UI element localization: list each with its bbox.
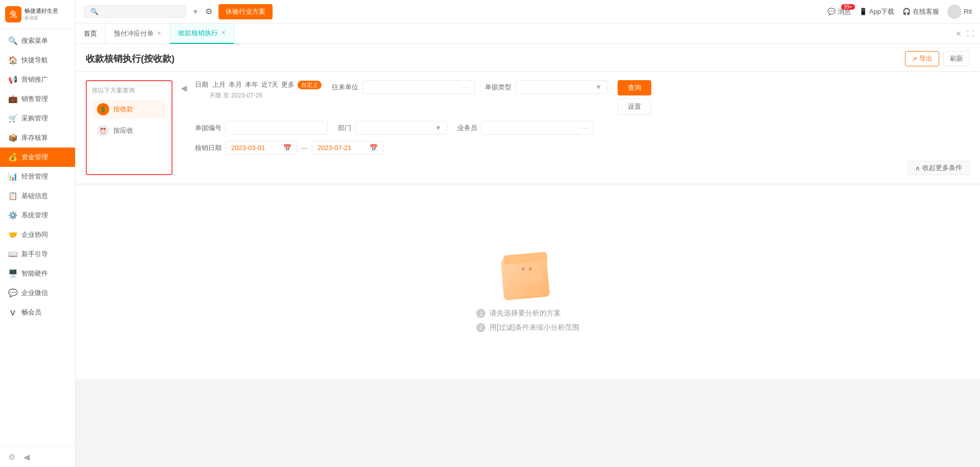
date-limit: 不限 至 2023-07-26 — [209, 91, 322, 100]
dropdown-arrow-icon[interactable]: ▼ — [192, 8, 199, 16]
hardware-icon: 🖥️ — [8, 269, 17, 278]
tab-verification-label: 收款核销执行 — [178, 29, 218, 38]
sidebar-label-basic-info: 基础信息 — [21, 191, 48, 201]
date-tab-7days[interactable]: 近7天 — [261, 80, 278, 89]
salesperson-dots-icon: ··· — [581, 124, 588, 132]
date-tab-this-month[interactable]: 本月 — [229, 80, 242, 89]
sidebar-label-system: 系统管理 — [21, 211, 48, 220]
user-profile[interactable]: Rit — [947, 5, 972, 19]
message-badge: 99+ — [841, 4, 855, 10]
hint-2-number: 2 — [476, 323, 485, 332]
tab-verification-close[interactable]: ✕ — [221, 30, 226, 36]
counterparty-label: 往来单位 — [332, 83, 358, 92]
verification-end-value: 2023-07-21 — [317, 144, 352, 152]
hint-1-number: 1 — [476, 309, 485, 318]
sidebar-item-hardware[interactable]: 🖥️ 智能硬件 — [0, 264, 75, 283]
online-service-action[interactable]: 🎧 在线客服 — [902, 7, 939, 16]
sidebar-label-marketing: 营销推广 — [21, 75, 48, 84]
doc-type-chevron-icon: ▼ — [595, 83, 602, 91]
tab-bar-right: ✕ ⛶ — [949, 30, 980, 38]
tab-prepay[interactable]: 预付冲应付单 ✕ — [106, 23, 170, 44]
search-bar[interactable]: 🔍 — [84, 5, 186, 18]
management-icon: 📊 — [8, 172, 17, 181]
sidebar-item-system[interactable]: ⚙️ 系统管理 — [0, 206, 75, 225]
filter-option-by-receipt[interactable]: 💲 按收款 — [92, 100, 166, 118]
sidebar-collapse-area: ◀ — [181, 80, 187, 175]
empty-state: 1 请先选择要分析的方案 2 用[过滤]条件来缩小分析范围 — [76, 185, 980, 379]
maximize-tab-btn[interactable]: ⛶ — [967, 30, 974, 38]
counterparty-input[interactable]: ··· — [362, 80, 475, 94]
sidebar-logo: 兔 畅捷通好生意 标准版 — [0, 0, 75, 29]
date-tab-last-month[interactable]: 上月 — [212, 80, 226, 89]
tab-home-label: 首页 — [84, 29, 97, 38]
export-label: 导出 — [919, 54, 933, 63]
page-content: 收款核销执行(按收款) ↗ 导出 刷新 按以下方案查询 💲 按收款 — [76, 44, 980, 467]
sidebar-item-member[interactable]: V 畅会员 — [0, 303, 75, 322]
inventory-icon: 📦 — [8, 133, 17, 142]
filter-row-1: 日期 上月 本月 本年 近7天 更多 自定义 不限 至 2 — [195, 80, 970, 115]
filter-option-by-receivable[interactable]: ⏰ 按应收 — [92, 121, 166, 140]
collapse-filter-sidebar-btn[interactable]: ◀ — [181, 83, 187, 93]
verification-date-field: 核销日期 2023-03-01 📅 — 2023-07-21 📅 — [195, 141, 383, 155]
sidebar-item-sales[interactable]: 💼 销售管理 — [0, 89, 75, 109]
filter-row-3: 核销日期 2023-03-01 📅 — 2023-07-21 📅 — [195, 141, 970, 155]
sidebar-item-inventory[interactable]: 📦 库存核算 — [0, 128, 75, 148]
receivable-option-icon: ⏰ — [97, 125, 109, 137]
gear-icon[interactable]: ⚙ — [205, 7, 212, 16]
filter-area: 按以下方案查询 💲 按收款 ⏰ 按应收 ◀ — [76, 72, 980, 183]
export-btn[interactable]: ↗ 导出 — [905, 51, 939, 66]
query-action-area: 查询 设置 — [618, 80, 651, 115]
collapse-btn[interactable]: ∧ 收起更多条件 — [908, 161, 970, 175]
user-name: Rit — [964, 8, 972, 15]
message-action[interactable]: 💬 消息 99+ — [827, 7, 851, 16]
date-tabs-group: 上月 本月 本年 近7天 更多 自定义 — [212, 80, 322, 89]
sidebar-item-management[interactable]: 📊 经营管理 — [0, 167, 75, 186]
app-download-label: App下载 — [869, 7, 894, 16]
date-tab-custom[interactable]: 自定义 — [298, 81, 322, 89]
industry-btn[interactable]: 休验行业方案 — [218, 4, 273, 19]
verification-end-input[interactable]: 2023-07-21 📅 — [312, 141, 383, 155]
settings-btn[interactable]: 设置 — [618, 99, 651, 115]
verification-start-input[interactable]: 2023-03-01 📅 — [226, 141, 297, 155]
guide-icon: 📖 — [8, 250, 17, 259]
app-download-action[interactable]: 📱 App下载 — [859, 7, 894, 16]
app-name: 畅捷通好生意 — [24, 7, 58, 15]
query-btn[interactable]: 查询 — [618, 80, 651, 95]
sidebar-item-wechat[interactable]: 💬 企业微信 — [0, 283, 75, 303]
sidebar-item-cooperation[interactable]: 🤝 企业协同 — [0, 225, 75, 244]
close-tab-btn[interactable]: ✕ — [955, 30, 962, 38]
sidebar-item-search[interactable]: 🔍 搜索菜单 — [0, 31, 75, 51]
wechat-icon: 💬 — [8, 288, 17, 298]
sidebar-item-nav[interactable]: 🏠 快捷导航 — [0, 51, 75, 70]
sidebar-item-basic-info[interactable]: 📋 基础信息 — [0, 186, 75, 206]
tab-prepay-close[interactable]: ✕ — [157, 30, 161, 37]
sidebar-item-finance[interactable]: 💰 资金管理 — [0, 148, 75, 167]
verification-start-value: 2023-03-01 — [231, 144, 265, 152]
collapse-chevron-icon: ∧ — [915, 164, 920, 172]
empty-hints: 1 请先选择要分析的方案 2 用[过滤]条件来缩小分析范围 — [476, 309, 579, 332]
doc-type-select[interactable]: ▼ — [516, 80, 607, 94]
sidebar-label-hardware: 智能硬件 — [21, 269, 48, 278]
date-tab-more[interactable]: 更多 — [281, 80, 295, 89]
filter-main: 日期 上月 本月 本年 近7天 更多 自定义 不限 至 2 — [195, 80, 970, 175]
salesperson-input[interactable]: ··· — [481, 121, 594, 135]
tab-home[interactable]: 首页 — [76, 23, 106, 44]
empty-box-face — [517, 263, 542, 283]
sidebar-item-guide[interactable]: 📖 新手引导 — [0, 244, 75, 264]
page-header-actions: ↗ 导出 刷新 — [905, 51, 970, 66]
collapse-sidebar-icon[interactable]: ◀ — [23, 452, 30, 462]
home-icon: 🏠 — [8, 56, 17, 65]
sidebar-item-marketing[interactable]: 📢 营销推广 — [0, 70, 75, 89]
collapse-label: 收起更多条件 — [922, 163, 962, 173]
sidebar-item-purchase[interactable]: 🛒 采购管理 — [0, 109, 75, 128]
dept-select[interactable]: ▼ — [355, 121, 447, 135]
marketing-icon: 📢 — [8, 75, 17, 84]
doc-no-input[interactable] — [226, 121, 328, 135]
date-tab-this-year[interactable]: 本年 — [245, 80, 258, 89]
refresh-btn[interactable]: 刷新 — [943, 51, 970, 66]
calendar-end-icon: 📅 — [370, 144, 378, 152]
tab-verification[interactable]: 收款核销执行 ✕ — [170, 23, 234, 44]
sidebar-label-nav: 快捷导航 — [21, 56, 48, 65]
cooperation-icon: 🤝 — [8, 230, 17, 239]
settings-bottom-icon[interactable]: ⚙ — [8, 452, 15, 462]
